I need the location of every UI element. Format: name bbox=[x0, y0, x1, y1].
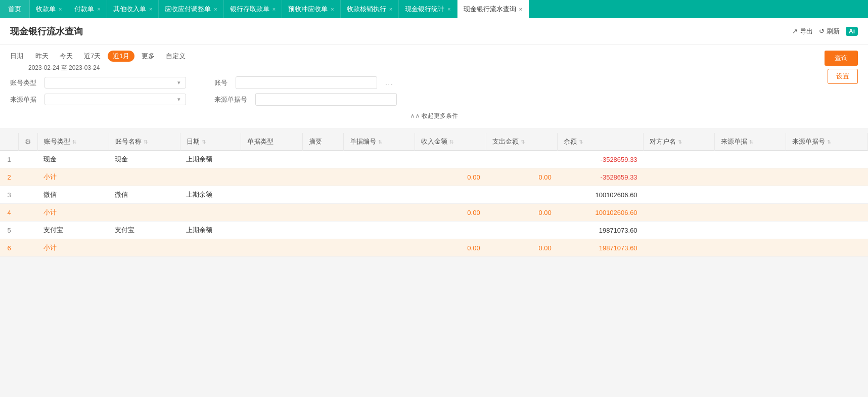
nav-tab-label: 其他收入单 bbox=[113, 5, 146, 14]
nav-tab[interactable]: 银行存取款单× bbox=[224, 0, 282, 18]
cell-account_name: 微信 bbox=[109, 186, 180, 204]
row-gear-cell bbox=[18, 151, 37, 168]
gear-icon[interactable]: ⚙ bbox=[25, 138, 31, 146]
chevron-down-icon2: ▾ bbox=[177, 96, 180, 103]
nav-tab[interactable]: 收款单× bbox=[30, 0, 68, 18]
nav-tab[interactable]: 付款单× bbox=[68, 0, 107, 18]
cell-doc_no bbox=[344, 222, 415, 239]
sort-icon: ⇅ bbox=[202, 139, 206, 145]
col-expense[interactable]: 支出金额⇅ bbox=[486, 133, 558, 151]
cell-source_doc_no bbox=[786, 222, 868, 239]
date-option[interactable]: 近7天 bbox=[80, 51, 105, 62]
close-icon[interactable]: × bbox=[272, 6, 276, 12]
close-icon[interactable]: × bbox=[214, 6, 217, 12]
col-counterparty[interactable]: 对方户名⇅ bbox=[644, 133, 715, 151]
table-row: 4小计0.000.00100102606.60 bbox=[0, 204, 868, 222]
date-option[interactable]: 近1月 bbox=[108, 51, 134, 62]
nav-tab-label: 收款单 bbox=[36, 5, 56, 14]
row-gear-cell bbox=[18, 222, 37, 239]
refresh-icon: ↺ bbox=[819, 27, 825, 35]
cell-source_doc_no bbox=[786, 168, 868, 186]
export-icon: ↗ bbox=[792, 27, 798, 35]
close-icon[interactable]: × bbox=[149, 6, 152, 12]
date-option[interactable]: 更多 bbox=[138, 51, 159, 62]
cell-income: 0.00 bbox=[415, 204, 486, 222]
cell-source_doc bbox=[715, 151, 786, 168]
table-row: 6小计0.000.0019871073.60 bbox=[0, 239, 868, 257]
col-account_name[interactable]: 账号名称⇅ bbox=[109, 133, 180, 151]
account-type-select[interactable]: ▾ bbox=[44, 77, 186, 89]
cell-summary bbox=[303, 151, 344, 168]
col-account_type[interactable]: 账号类型⇅ bbox=[37, 133, 109, 151]
col-source_doc[interactable]: 来源单据⇅ bbox=[715, 133, 786, 151]
cell-account_name bbox=[109, 239, 180, 257]
row-number: 3 bbox=[0, 186, 18, 204]
cell-counterparty bbox=[644, 168, 715, 186]
chevron-down-icon: ▾ bbox=[177, 79, 180, 86]
cell-source_doc_no bbox=[786, 151, 868, 168]
nav-tab[interactable]: 收款核销执行× bbox=[341, 0, 399, 18]
cell-summary bbox=[303, 186, 344, 204]
close-icon[interactable]: × bbox=[447, 6, 450, 12]
row-gear-cell bbox=[18, 186, 37, 204]
col-doc_no[interactable]: 单据编号⇅ bbox=[344, 133, 415, 151]
cell-income: 0.00 bbox=[415, 168, 486, 186]
date-option[interactable]: 自定义 bbox=[162, 51, 190, 62]
cell-expense bbox=[486, 151, 558, 168]
row-number: 2 bbox=[0, 168, 18, 186]
settings-button[interactable]: 设置 bbox=[828, 69, 858, 84]
cell-doc_type bbox=[241, 239, 303, 257]
nav-home[interactable]: 首页 bbox=[0, 0, 30, 18]
ai-badge[interactable]: Ai bbox=[846, 27, 858, 36]
nav-tab[interactable]: 应收应付调整单× bbox=[159, 0, 223, 18]
col-source_doc_no[interactable]: 来源单据号⇅ bbox=[786, 133, 868, 151]
cell-balance: -3528659.33 bbox=[558, 168, 644, 186]
nav-tab[interactable]: 现金银行统计× bbox=[399, 0, 457, 18]
nav-tab[interactable]: 现金银行流水查询× bbox=[458, 0, 529, 18]
cell-balance: 100102606.60 bbox=[558, 204, 644, 222]
col-balance[interactable]: 余额⇅ bbox=[558, 133, 644, 151]
date-option[interactable]: 昨天 bbox=[31, 51, 53, 62]
cell-date bbox=[180, 239, 241, 257]
cell-account_type: 微信 bbox=[37, 186, 109, 204]
nav-tab[interactable]: 其他收入单× bbox=[107, 0, 159, 18]
close-icon[interactable]: × bbox=[389, 6, 392, 12]
col-date[interactable]: 日期⇅ bbox=[180, 133, 241, 151]
date-option[interactable]: 今天 bbox=[56, 51, 77, 62]
close-icon[interactable]: × bbox=[331, 6, 334, 12]
cell-doc_type bbox=[241, 151, 303, 168]
account-no-input[interactable] bbox=[236, 76, 377, 89]
collapse-bar[interactable]: ∧∧ 收起更多条件 bbox=[10, 110, 858, 122]
cell-income bbox=[415, 222, 486, 239]
row-gear-cell bbox=[18, 204, 37, 222]
cell-account_type: 小计 bbox=[37, 168, 109, 186]
cell-doc_type bbox=[241, 168, 303, 186]
close-icon[interactable]: × bbox=[97, 6, 100, 12]
header-actions: ↗ 导出 ↺ 刷新 Ai bbox=[792, 27, 858, 36]
cell-account_type: 支付宝 bbox=[37, 222, 109, 239]
col-income[interactable]: 收入金额⇅ bbox=[415, 133, 486, 151]
row-number: 6 bbox=[0, 239, 18, 257]
account-no-more[interactable]: ... bbox=[385, 79, 394, 86]
cell-source_doc bbox=[715, 186, 786, 204]
export-button[interactable]: ↗ 导出 bbox=[792, 27, 813, 36]
cell-counterparty bbox=[644, 204, 715, 222]
sort-icon: ⇅ bbox=[579, 139, 583, 145]
source-doc-select[interactable]: ▾ bbox=[44, 94, 186, 105]
date-label: 日期 bbox=[10, 52, 23, 61]
cell-account_type: 现金 bbox=[37, 151, 109, 168]
cell-source_doc_no bbox=[786, 204, 868, 222]
cell-doc_no bbox=[344, 186, 415, 204]
nav-tab[interactable]: 预收冲应收单× bbox=[282, 0, 340, 18]
query-button[interactable]: 查询 bbox=[825, 51, 858, 66]
refresh-button[interactable]: ↺ 刷新 bbox=[819, 27, 840, 36]
collapse-label: 收起更多条件 bbox=[422, 112, 458, 119]
close-icon[interactable]: × bbox=[519, 6, 522, 12]
cell-doc_type bbox=[241, 186, 303, 204]
close-icon[interactable]: × bbox=[59, 6, 62, 12]
source-doc-no-input[interactable] bbox=[255, 93, 397, 106]
cell-balance: 19871073.60 bbox=[558, 222, 644, 239]
source-doc-no-label: 来源单据号 bbox=[214, 95, 247, 104]
cell-income bbox=[415, 186, 486, 204]
cell-source_doc bbox=[715, 239, 786, 257]
